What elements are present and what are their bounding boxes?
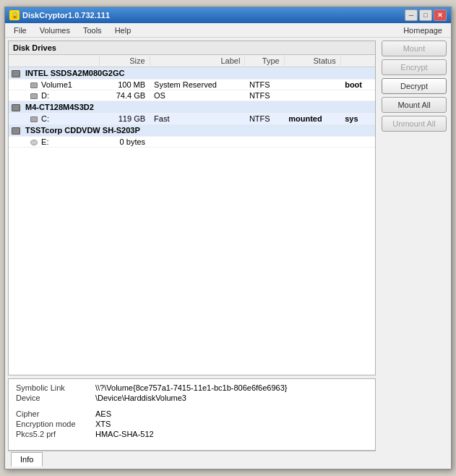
encrypt-button[interactable]: Encrypt bbox=[382, 59, 447, 75]
col-label: Label bbox=[150, 55, 245, 67]
vol-label bbox=[150, 137, 245, 148]
disk-drives-section: Disk Drives Size Label Type Status bbox=[8, 41, 376, 375]
volume-icon bbox=[30, 82, 38, 88]
info-section: Symbolic Link \\?\Volume{8ce757a1-7415-1… bbox=[8, 378, 376, 451]
title-bar-title: 🔒 DiskCryptor1.0.732.111 bbox=[9, 10, 110, 20]
window-title: DiskCryptor1.0.732.111 bbox=[22, 11, 110, 20]
cipher-value: AES bbox=[95, 409, 111, 418]
vol-size: 100 MB bbox=[99, 80, 150, 90]
vol-extra: boot bbox=[340, 80, 375, 90]
vol-status bbox=[284, 137, 340, 148]
col-type: Type bbox=[245, 55, 284, 67]
device-label: Device bbox=[16, 394, 95, 402]
homepage-button[interactable]: Homepage bbox=[397, 25, 448, 36]
menu-file[interactable]: File bbox=[8, 25, 33, 36]
minimize-button[interactable]: ─ bbox=[405, 9, 418, 21]
mount-all-button[interactable]: Mount All bbox=[382, 97, 447, 113]
mount-button[interactable]: Mount bbox=[382, 41, 447, 56]
vol-label: OS bbox=[150, 90, 245, 101]
vol-type: NTFS bbox=[245, 80, 284, 90]
disk-group-row[interactable]: INTEL SSDSA2M080G2GC bbox=[9, 67, 375, 80]
vol-size: 74.4 GB bbox=[99, 90, 150, 101]
vol-type bbox=[245, 137, 284, 148]
menu-volumes[interactable]: Volumes bbox=[34, 25, 76, 36]
vol-name: D: bbox=[9, 90, 99, 101]
info-row-device: Device \Device\HarddiskVolume3 bbox=[16, 394, 368, 402]
info-spacer bbox=[16, 404, 368, 409]
disk-drives-header: Disk Drives bbox=[9, 41, 375, 55]
close-button[interactable]: ✕ bbox=[434, 9, 447, 21]
disk-group-row[interactable]: M4-CT128M4S3D2 bbox=[9, 101, 375, 114]
vol-type: NTFS bbox=[245, 114, 284, 124]
disk-group-name: M4-CT128M4S3D2 bbox=[9, 101, 375, 114]
disk-group-name: INTEL SSDSA2M080G2GC bbox=[9, 67, 375, 80]
col-extra bbox=[340, 55, 375, 67]
tab-info[interactable]: Info bbox=[11, 452, 43, 467]
pkcs-label: Pkcs5.2 prf bbox=[16, 430, 95, 438]
disk-group-name: TSSTcorp CDDVDW SH-S203P bbox=[9, 124, 375, 137]
table-row[interactable]: C: 119 GB Fast NTFS mounted sys bbox=[9, 114, 375, 124]
vol-label: System Reserved bbox=[150, 80, 245, 90]
vol-name: C: bbox=[9, 114, 99, 124]
table-row[interactable]: E: 0 bytes bbox=[9, 137, 375, 148]
table-header: Size Label Type Status bbox=[9, 55, 375, 67]
table-body: INTEL SSDSA2M080G2GC Volume1 100 MB Syst… bbox=[9, 67, 375, 148]
table-row[interactable]: Volume1 100 MB System Reserved NTFS boot bbox=[9, 80, 375, 90]
main-window: 🔒 DiskCryptor1.0.732.111 ─ □ ✕ File Volu… bbox=[4, 7, 452, 469]
menu-tools[interactable]: Tools bbox=[77, 25, 108, 36]
vol-name: E: bbox=[9, 137, 99, 148]
vol-label: Fast bbox=[150, 114, 245, 124]
col-name bbox=[9, 55, 99, 67]
info-row-cipher: Cipher AES bbox=[16, 409, 368, 418]
info-row-encryption-mode: Encryption mode XTS bbox=[16, 420, 368, 428]
volume-icon bbox=[30, 93, 38, 99]
info-row-pkcs: Pkcs5.2 prf HMAC-SHA-512 bbox=[16, 430, 368, 438]
unmount-all-button[interactable]: Unmount All bbox=[382, 116, 447, 132]
app-icon: 🔒 bbox=[9, 10, 20, 20]
vol-extra bbox=[340, 90, 375, 101]
device-value: \Device\HarddiskVolume3 bbox=[95, 394, 186, 402]
content-area: Disk Drives Size Label Type Status bbox=[5, 38, 451, 469]
disk-group-row[interactable]: TSSTcorp CDDVDW SH-S203P bbox=[9, 124, 375, 137]
vol-name: Volume1 bbox=[9, 80, 99, 90]
symbolic-link-value: \\?\Volume{8ce757a1-7415-11e1-bc1b-806e6… bbox=[95, 383, 287, 392]
pkcs-value: HMAC-SHA-512 bbox=[95, 430, 154, 438]
encryption-mode-label: Encryption mode bbox=[16, 420, 95, 428]
vol-size: 0 bytes bbox=[99, 137, 150, 148]
symbolic-link-label: Symbolic Link bbox=[16, 383, 95, 392]
vol-status: mounted bbox=[284, 114, 340, 124]
encryption-mode-value: XTS bbox=[95, 420, 111, 428]
disk-icon bbox=[12, 127, 20, 135]
maximize-button[interactable]: □ bbox=[419, 9, 432, 21]
table-row[interactable]: D: 74.4 GB OS NTFS bbox=[9, 90, 375, 101]
vol-extra: sys bbox=[340, 114, 375, 124]
vol-size: 119 GB bbox=[99, 114, 150, 124]
disk-icon bbox=[12, 104, 20, 111]
disk-table: Size Label Type Status INTEL SSDSA bbox=[9, 55, 375, 148]
volume-icon bbox=[30, 116, 38, 122]
title-bar-controls: ─ □ ✕ bbox=[405, 9, 447, 21]
cipher-label: Cipher bbox=[16, 409, 95, 418]
disk-name: TSSTcorp CDDVDW SH-S203P bbox=[25, 126, 140, 135]
info-row-symbolic: Symbolic Link \\?\Volume{8ce757a1-7415-1… bbox=[16, 383, 368, 392]
vol-status bbox=[284, 80, 340, 90]
menu-help[interactable]: Help bbox=[109, 25, 137, 36]
menu-bar: File Volumes Tools Help Homepage bbox=[5, 23, 451, 38]
col-status: Status bbox=[284, 55, 340, 67]
left-panel: Disk Drives Size Label Type Status bbox=[5, 38, 379, 469]
vol-status bbox=[284, 90, 340, 101]
cd-icon bbox=[30, 140, 38, 145]
col-size: Size bbox=[99, 55, 150, 67]
vol-type: NTFS bbox=[245, 90, 284, 101]
tabs-bar: Info bbox=[8, 451, 376, 466]
disk-name: M4-CT128M4S3D2 bbox=[25, 103, 94, 111]
title-bar: 🔒 DiskCryptor1.0.732.111 ─ □ ✕ bbox=[5, 7, 451, 23]
disk-icon bbox=[12, 70, 20, 77]
right-panel: Mount Encrypt Decrypt Mount All Unmount … bbox=[379, 38, 451, 469]
vol-extra bbox=[340, 137, 375, 148]
decrypt-button[interactable]: Decrypt bbox=[382, 78, 447, 94]
disk-name: INTEL SSDSA2M080G2GC bbox=[25, 69, 124, 77]
